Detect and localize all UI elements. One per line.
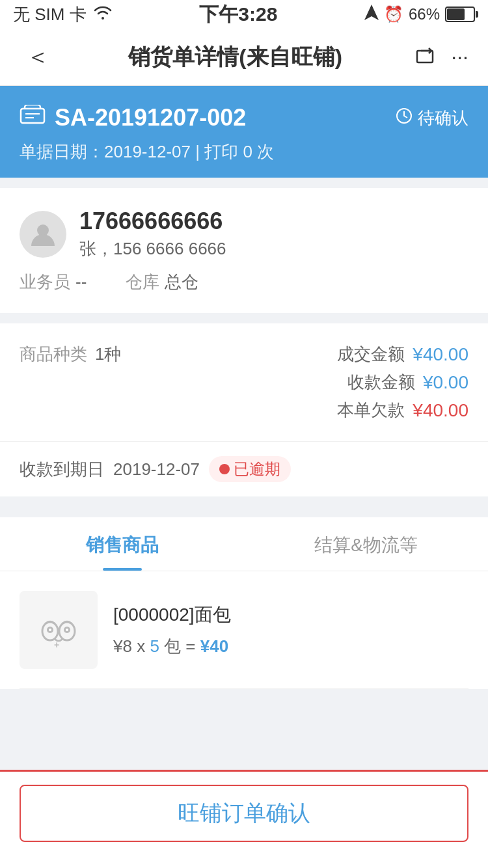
overdue-dot-icon	[219, 464, 230, 474]
received-row: 收款金额 ¥0.00	[347, 371, 468, 394]
order-id-text: SA-20191207-002	[55, 104, 246, 131]
order-status: 待确认	[396, 107, 468, 129]
due-date-bar: 收款到期日 2019-12-07 已逾期	[0, 441, 488, 496]
status-time: 下午3:28	[199, 1, 277, 28]
warehouse-value: 总仓	[165, 271, 198, 293]
price-x: x	[137, 636, 150, 656]
product-list: + [0000002]面包 ¥8 x 5 包 = ¥40	[0, 571, 488, 689]
quantity-value: 5	[150, 636, 159, 656]
wifi-icon	[93, 5, 113, 25]
transaction-label: 成交金额	[337, 343, 405, 366]
due-value: ¥40.00	[413, 400, 468, 421]
tab-sales-products[interactable]: 销售商品	[0, 517, 244, 571]
order-meta: 单据日期：2019-12-07 | 打印 0 次	[20, 141, 468, 163]
overdue-badge: 已逾期	[209, 456, 291, 482]
confirm-button-label: 旺铺订单确认	[178, 798, 310, 828]
due-row: 本单欠款 ¥40.00	[337, 399, 468, 422]
tab-settlement-label: 结算&物流等	[314, 535, 418, 555]
svg-rect-3	[21, 109, 44, 123]
product-info: [0000002]面包 ¥8 x 5 包 = ¥40	[113, 603, 468, 658]
warehouse-label: 仓库	[126, 271, 159, 293]
svg-text:+: +	[54, 640, 59, 649]
price-value: ¥8	[113, 636, 132, 656]
share-icon[interactable]	[414, 44, 435, 70]
tabs-container: 销售商品 结算&物流等	[0, 517, 488, 571]
product-thumbnail: +	[20, 591, 98, 669]
owl-logo-icon: +	[33, 610, 85, 649]
tab-sales-label: 销售商品	[86, 535, 159, 555]
warehouse-item: 仓库 总仓	[126, 271, 198, 293]
product-price: ¥8 x 5 包 = ¥40	[113, 635, 468, 658]
customer-name: 张，156 6666 6666	[79, 237, 226, 260]
order-header: SA-20191207-002 待确认 单据日期：2019-12-07 | 打印…	[0, 86, 488, 178]
tab-settlement[interactable]: 结算&物流等	[244, 517, 488, 571]
customer-card: 17666666666 张，156 6666 6666 业务员 -- 仓库 总仓	[0, 188, 488, 313]
overdue-text: 已逾期	[234, 459, 280, 480]
goods-type-value: 1种	[95, 343, 121, 366]
divider-2	[0, 496, 488, 507]
total-value: ¥40	[200, 636, 228, 656]
salesperson-label: 业务员	[20, 271, 70, 293]
summary-right: 成交金额 ¥40.00 收款金额 ¥0.00 本单欠款 ¥40.00	[337, 343, 468, 422]
svg-point-13	[66, 629, 68, 631]
customer-info: 17666666666 张，156 6666 6666	[79, 208, 226, 260]
order-id-icon	[20, 104, 46, 131]
clock-icon	[396, 107, 413, 129]
nav-bar: ＜ 销货单详情(来自旺铺) ···	[0, 29, 488, 86]
product-item: + [0000002]面包 ¥8 x 5 包 = ¥40	[20, 571, 468, 689]
received-label: 收款金额	[347, 371, 415, 394]
battery-icon	[445, 7, 475, 22]
transaction-value: ¥40.00	[413, 344, 468, 365]
divider-1	[0, 313, 488, 323]
due-label: 本单欠款	[337, 399, 405, 422]
confirm-button-wrapper: 旺铺订单确认	[0, 770, 488, 868]
status-right: ⏰ 66%	[364, 3, 475, 25]
transaction-row: 成交金额 ¥40.00	[337, 343, 468, 366]
svg-marker-0	[364, 5, 379, 20]
salesperson-value: --	[75, 272, 87, 292]
svg-point-12	[49, 629, 51, 631]
goods-type-label: 商品种类	[20, 343, 87, 366]
alarm-icon: ⏰	[384, 5, 403, 23]
carrier-text: 无 SIM 卡	[13, 3, 87, 26]
equals-sign: =	[185, 636, 200, 656]
summary-left: 商品种类 1种	[20, 343, 121, 366]
confirm-order-button[interactable]: 旺铺订单确认	[20, 785, 468, 842]
thumb-inner: +	[33, 610, 85, 649]
status-bar: 无 SIM 卡 下午3:28 ⏰ 66%	[0, 0, 488, 29]
unit-text: 包	[164, 636, 181, 656]
goods-type-row: 商品种类 1种	[20, 343, 121, 366]
back-button[interactable]: ＜	[20, 34, 56, 79]
page-title: 销货单详情(来自旺铺)	[128, 42, 342, 72]
customer-phone: 17666666666	[79, 208, 226, 235]
page-container: 无 SIM 卡 下午3:28 ⏰ 66% ＜	[0, 0, 488, 868]
received-value: ¥0.00	[423, 372, 468, 393]
due-date-label: 收款到期日	[20, 458, 104, 481]
status-left: 无 SIM 卡	[13, 3, 113, 26]
due-date-value: 2019-12-07	[113, 459, 200, 480]
summary-card: 商品种类 1种 成交金额 ¥40.00 收款金额 ¥0.00 本单欠款 ¥40.…	[0, 323, 488, 441]
avatar	[20, 211, 66, 258]
nav-actions: ···	[414, 44, 468, 70]
salesperson-item: 业务员 --	[20, 271, 87, 293]
status-text: 待确认	[418, 107, 468, 129]
customer-meta: 业务员 -- 仓库 总仓	[20, 271, 468, 293]
customer-main: 17666666666 张，156 6666 6666	[20, 208, 468, 260]
product-name: [0000002]面包	[113, 603, 468, 627]
order-id-container: SA-20191207-002	[20, 104, 246, 131]
more-icon[interactable]: ···	[451, 45, 468, 69]
battery-percent: 66%	[409, 5, 440, 23]
location-icon	[364, 3, 379, 25]
